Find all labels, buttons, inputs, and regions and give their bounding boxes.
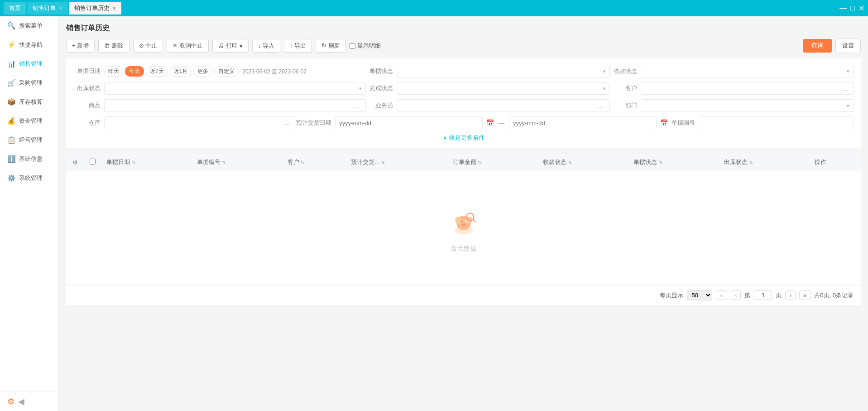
complete-status-select[interactable]: ▾ [397, 82, 609, 95]
delivery-date-end-input[interactable] [509, 116, 657, 129]
order-number-input[interactable] [699, 116, 854, 129]
sidebar-item-inventory[interactable]: 📦 库存核算 [0, 92, 58, 111]
sidebar-settings-icon[interactable]: ⚙ [7, 396, 14, 406]
filter-payment-status: 收款状态 ▾ [610, 65, 854, 77]
page-title: 销售订单历史 [66, 24, 861, 33]
th-delivery-label: 预计交货... [351, 159, 379, 165]
filter-salesperson: 业务员 ... [366, 99, 609, 112]
payment-status-select[interactable]: ▾ [641, 65, 854, 77]
date-chip-more[interactable]: 更多 [193, 66, 212, 77]
th-customer-sort-icon: ⇅ [301, 160, 304, 165]
date-chip-custom[interactable]: 自定义 [214, 66, 239, 77]
export-button[interactable]: ↑ 导出 [284, 39, 312, 53]
th-number-sort-icon: ⇅ [222, 160, 225, 165]
last-page-button[interactable]: » [799, 290, 810, 300]
sidebar-item-purchase-mgmt[interactable]: 🛒 采购管理 [0, 73, 58, 92]
sidebar-item-search-menu[interactable]: 🔍 搜索菜单 [0, 16, 58, 35]
salesperson-input[interactable]: ... [397, 99, 609, 112]
customer-input[interactable]: ... [641, 82, 854, 95]
page-label-prefix: 第 [744, 291, 750, 300]
data-table: ⚙ 单据日期 ⇅ 单据编号 ⇅ [66, 154, 861, 285]
query-button[interactable]: 查询 [803, 39, 832, 53]
th-order-status[interactable]: 单据状态 ⇅ [628, 154, 719, 171]
sidebar-item-basic-info[interactable]: ℹ️ 基础信息 [0, 150, 58, 169]
th-delivery-status[interactable]: 出库状态 ⇅ [719, 154, 809, 171]
th-amount[interactable]: 订单金额 ⇅ [447, 154, 538, 171]
th-checkbox[interactable] [84, 154, 101, 171]
home-tab-label: 首页 [9, 4, 21, 12]
department-label: 部门 [610, 102, 637, 110]
inventory-icon: 📦 [7, 98, 15, 106]
stop-button[interactable]: ⊘ 中止 [133, 39, 163, 53]
sys-mgmt-icon: ⚙️ [7, 174, 15, 182]
warehouse-input[interactable]: ... [104, 116, 296, 129]
date-chip-yesterday[interactable]: 昨天 [104, 66, 123, 77]
collapse-btn[interactable]: ∧ 收起更多条件 [73, 134, 854, 142]
table-container: ⚙ 单据日期 ⇅ 单据编号 ⇅ [66, 154, 861, 285]
cancel-stop-button[interactable]: ✕ 取消中止 [167, 39, 209, 53]
sidebar-item-label: 销售管理 [19, 60, 43, 68]
delivery-date-end-cal-icon[interactable]: 📅 [660, 119, 668, 126]
new-button[interactable]: + 新增 [66, 39, 95, 53]
tab-home[interactable]: 首页 [4, 2, 26, 15]
prev-page-button[interactable]: ‹ [731, 290, 741, 300]
maximize-icon[interactable]: □ [850, 4, 855, 12]
settings-button[interactable]: 设置 [835, 39, 861, 53]
date-chip-7days[interactable]: 近7天 [146, 66, 168, 77]
sales-order-history-tab-close[interactable]: ✕ [112, 6, 116, 11]
tab-sales-order[interactable]: 销售订单 ✕ [27, 2, 68, 15]
order-status-chevron: ▾ [603, 68, 606, 74]
th-number[interactable]: 单据编号 ⇅ [192, 154, 282, 171]
salesperson-dots: ... [596, 102, 605, 110]
filter-row-2: 出库状态 ▾ 完成状态 ▾ 客户 ... [73, 82, 854, 95]
sidebar-item-operations[interactable]: 📋 经营管理 [0, 131, 58, 150]
product-label: 商品 [73, 102, 101, 110]
close-icon[interactable]: ✕ [858, 4, 864, 13]
delete-button[interactable]: 🗑 删除 [98, 39, 129, 53]
select-all-checkbox[interactable] [90, 159, 96, 164]
filter-row-3: 商品 ... 业务员 ... 部门 ▾ [73, 99, 854, 112]
sidebar-item-quick-nav[interactable]: ⚡ 快捷导航 [0, 35, 58, 54]
first-page-button[interactable]: « [716, 290, 727, 300]
sales-mgmt-icon: 📊 [7, 60, 15, 68]
department-select[interactable]: ▾ [641, 99, 854, 112]
minimize-icon[interactable]: — [839, 4, 847, 12]
sidebar-collapse-icon[interactable]: ◀ [18, 396, 24, 406]
delivery-date-start-cal-icon[interactable]: 📅 [486, 119, 494, 126]
delivery-date-start-input[interactable] [335, 116, 483, 129]
page-number-input[interactable] [754, 290, 772, 300]
delivery-date-range: 📅 — 📅 [335, 116, 667, 129]
print-button[interactable]: 🖨 打印 ▾ [212, 39, 249, 53]
product-input[interactable]: ... [104, 99, 366, 112]
operations-icon: 📋 [7, 136, 15, 144]
filter-product: 商品 ... [73, 99, 366, 112]
sidebar-item-sys-mgmt[interactable]: ⚙️ 系统管理 [0, 169, 58, 188]
th-customer[interactable]: 客户 ⇅ [282, 154, 346, 171]
sidebar-item-sales-mgmt[interactable]: 📊 销售管理 [0, 54, 58, 73]
finance-icon: 💰 [7, 117, 15, 125]
display-detail-checkbox[interactable] [350, 43, 355, 49]
import-button[interactable]: ↓ 导入 [252, 39, 280, 53]
layout: 🔍 搜索菜单 ⚡ 快捷导航 📊 销售管理 🛒 采购管理 📦 库存核算 💰 资金管… [0, 16, 868, 411]
next-page-button[interactable]: › [785, 290, 795, 300]
refresh-button[interactable]: ↻ 刷新 [316, 39, 346, 53]
th-delivery[interactable]: 预计交货... ⇅ [345, 154, 447, 171]
th-payment-status[interactable]: 收款状态 ⇅ [537, 154, 628, 171]
sidebar-item-label: 基础信息 [19, 155, 43, 163]
th-date[interactable]: 单据日期 ⇅ [101, 154, 192, 171]
th-settings[interactable]: ⚙ [66, 154, 84, 171]
date-chip-today[interactable]: 今天 [125, 66, 144, 77]
payment-status-chevron: ▾ [847, 68, 849, 74]
order-status-select[interactable]: ▾ [397, 65, 609, 77]
sales-order-tab-close[interactable]: ✕ [59, 6, 62, 11]
per-page-select[interactable]: 10 20 50 100 [687, 290, 712, 300]
sidebar-item-finance[interactable]: 💰 资金管理 [0, 111, 58, 131]
order-number-label: 单据编号 [668, 119, 695, 127]
th-date-sort-icon: ⇅ [132, 160, 135, 165]
filter-delivery-date: 预计交货日期 📅 — 📅 [296, 116, 667, 129]
th-amount-label: 订单金额 [453, 159, 476, 165]
total-info: 共0页, 0条记录 [814, 291, 854, 300]
delivery-status-select[interactable]: ▾ [104, 82, 366, 95]
date-chip-1month[interactable]: 近1月 [170, 66, 192, 77]
tab-sales-order-history[interactable]: 销售订单历史 ✕ [69, 2, 121, 15]
